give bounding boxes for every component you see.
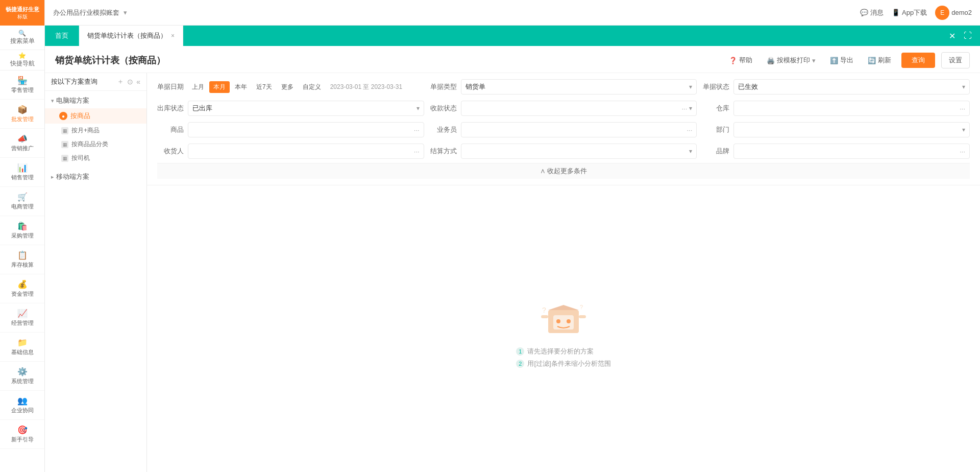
scheme-item-category[interactable]: ▦ 按商品品分类 bbox=[45, 137, 146, 151]
dropdown-arrow[interactable]: ▾ bbox=[124, 9, 127, 16]
sidebar: 畅捷通好生意 标版 🔍 搜索菜单 ⭐ 快捷导航 🏪 零售管理 📦 批发管理 📣 … bbox=[0, 0, 45, 472]
sidebar-item-basicinfo[interactable]: 📁 基础信息 bbox=[0, 333, 44, 362]
sidebar-item-purchase[interactable]: 🛍️ 采购管理 bbox=[0, 216, 44, 245]
industry-name: 办公用品行业模拟账套 bbox=[53, 8, 119, 17]
group-arrow-down: ▾ bbox=[51, 98, 54, 104]
date-tab-custom[interactable]: 自定义 bbox=[299, 81, 325, 93]
sidebar-item-finance[interactable]: 💰 资金管理 bbox=[0, 274, 44, 303]
scheme-group-mobile-header[interactable]: ▸ 移动端方案 bbox=[45, 169, 146, 184]
right-main: 单据日期 上月 本月 本年 近7天 更多 自定义 2023-03-01 至 20… bbox=[147, 73, 980, 472]
wholesale-icon: 📦 bbox=[17, 105, 28, 114]
payment-arrow bbox=[689, 105, 692, 112]
salesman-input[interactable]: ··· bbox=[461, 122, 697, 137]
basicinfo-label: 基础信息 bbox=[11, 348, 34, 356]
brand-input[interactable]: ··· bbox=[733, 144, 970, 159]
goods-input[interactable]: ··· bbox=[188, 122, 424, 137]
sidebar-item-ecommerce[interactable]: 🛒 电商管理 bbox=[0, 187, 44, 216]
sales-label: 销售管理 bbox=[11, 174, 34, 181]
filter-outstatus-cell: 出库状态 已出库 bbox=[157, 101, 424, 116]
date-tab-7days[interactable]: 近7天 bbox=[252, 81, 276, 93]
marketing-label: 营销推广 bbox=[11, 145, 34, 152]
outstatus-input[interactable]: 已出库 bbox=[188, 101, 424, 116]
help-button[interactable]: ❓ 帮助 bbox=[725, 54, 756, 67]
sidebar-item-system[interactable]: ⚙️ 系统管理 bbox=[0, 362, 44, 391]
category-label: 按商品品分类 bbox=[71, 140, 108, 149]
settings-button[interactable]: 设置 bbox=[941, 52, 970, 68]
purchase-icon: 🛍️ bbox=[17, 221, 28, 231]
hint-num-1: 1 bbox=[516, 347, 524, 356]
date-tab-thismonth[interactable]: 本月 bbox=[209, 81, 230, 93]
query-button[interactable]: 查询 bbox=[901, 53, 935, 68]
active-tab-label: 销货单统计计表（按商品） bbox=[87, 31, 167, 40]
username: demo2 bbox=[951, 9, 972, 16]
filter-row-4: 收货人 ··· 结算方式 bbox=[157, 144, 970, 159]
warehouse-label: 仓库 bbox=[703, 104, 733, 113]
billstatus-input[interactable]: 已生效 bbox=[733, 79, 970, 95]
export-icon: ⬆️ bbox=[830, 57, 838, 64]
search-label: 搜索菜单 bbox=[2, 37, 42, 45]
billtype-value: 销货单 bbox=[465, 82, 485, 91]
scheme-item-driver[interactable]: ▦ 按司机 bbox=[45, 151, 146, 165]
scheme-item-month-goods[interactable]: ▦ 按月+商品 bbox=[45, 124, 146, 137]
department-input[interactable] bbox=[733, 122, 970, 137]
message-button[interactable]: 💬 消息 bbox=[860, 8, 884, 17]
sidebar-item-operations[interactable]: 📈 经营管理 bbox=[0, 303, 44, 333]
sidebar-item-search[interactable]: 🔍 搜索菜单 bbox=[0, 26, 44, 50]
scheme-item-by-goods[interactable]: ● 按商品 bbox=[45, 108, 146, 124]
sidebar-item-retail[interactable]: 🏪 零售管理 bbox=[0, 70, 44, 100]
top-header: 办公用品行业模拟账套 ▾ 💬 消息 📱 App下载 E demo2 bbox=[45, 0, 980, 26]
collapse-filter-button[interactable]: ∧ 收起更多条件 bbox=[157, 163, 970, 179]
filter-billstatus-cell: 单据状态 已生效 bbox=[703, 79, 970, 95]
page-header: 销货单统计计表（按商品） ❓ 帮助 🖨️ 按模板打印 ▾ ⬆️ 导出 🔄 刷 bbox=[45, 46, 980, 73]
export-button[interactable]: ⬆️ 导出 bbox=[826, 54, 857, 67]
basicinfo-icon: 📁 bbox=[17, 338, 28, 347]
date-tab-more[interactable]: 更多 bbox=[277, 81, 298, 93]
app-download-button[interactable]: 📱 App下载 bbox=[892, 8, 927, 17]
billstatus-value: 已生效 bbox=[738, 82, 758, 91]
collapse-panel-icon[interactable]: « bbox=[136, 78, 140, 86]
outstatus-value: 已出库 bbox=[192, 104, 212, 113]
outstatus-arrow bbox=[416, 105, 420, 112]
scheme-group-pc-header[interactable]: ▾ 电脑端方案 bbox=[45, 93, 146, 108]
empty-hint-2: 2 用[过滤]条件来缩小分析范围 bbox=[516, 359, 610, 368]
date-tab-lastmonth[interactable]: 上月 bbox=[188, 81, 208, 93]
date-tab-thisyear[interactable]: 本年 bbox=[231, 81, 251, 93]
ecommerce-label: 电商管理 bbox=[11, 203, 34, 210]
refresh-button[interactable]: 🔄 刷新 bbox=[864, 54, 895, 67]
brand-dots: ··· bbox=[960, 148, 965, 155]
settlement-input[interactable] bbox=[461, 144, 697, 159]
tab-home[interactable]: 首页 bbox=[45, 26, 79, 46]
empty-hint: 1 请先选择要分析的方案 2 用[过滤]条件来缩小分析范围 bbox=[516, 347, 610, 368]
tab-minimize-icon[interactable]: ✕ bbox=[947, 29, 958, 43]
recipient-input[interactable]: ··· bbox=[188, 144, 424, 159]
goods-dots: ··· bbox=[414, 126, 420, 134]
print-button[interactable]: 🖨️ 按模板打印 ▾ bbox=[763, 54, 820, 67]
scheme-panel-header: 按以下方案查询 ＋ ⊙ « bbox=[45, 73, 146, 91]
tab-close-button[interactable]: × bbox=[171, 32, 175, 39]
edit-scheme-icon[interactable]: ⊙ bbox=[127, 78, 133, 86]
sidebar-item-sales[interactable]: 📊 销售管理 bbox=[0, 158, 44, 187]
operations-icon: 📈 bbox=[17, 309, 28, 318]
sales-icon: 📊 bbox=[17, 163, 28, 173]
sidebar-item-wholesale[interactable]: 📦 批发管理 bbox=[0, 100, 44, 129]
sidebar-item-enterprise[interactable]: 👥 企业协同 bbox=[0, 391, 44, 420]
filter-payment-cell: 收款状态 ··· bbox=[430, 101, 697, 116]
warehouse-input[interactable]: ··· bbox=[733, 101, 970, 116]
quicknav-label: 快捷导航 bbox=[0, 59, 44, 68]
add-scheme-icon[interactable]: ＋ bbox=[117, 77, 124, 86]
billtype-input[interactable]: 销货单 bbox=[461, 79, 697, 95]
tab-maximize-icon[interactable]: ⛶ bbox=[962, 29, 974, 42]
tab-active[interactable]: 销货单统计计表（按商品） × bbox=[79, 26, 183, 46]
warehouse-dots: ··· bbox=[960, 105, 965, 112]
payment-input[interactable]: ··· bbox=[461, 101, 697, 116]
svg-rect-5 bbox=[579, 315, 586, 318]
sidebar-item-guide[interactable]: 🎯 新手引导 bbox=[0, 420, 44, 449]
collapse-up-icon: ∧ bbox=[540, 167, 548, 175]
hint-text-2: 用[过滤]条件来缩小分析范围 bbox=[527, 359, 610, 368]
sidebar-item-quicknav[interactable]: ⭐ 快捷导航 bbox=[0, 50, 44, 70]
user-profile[interactable]: E demo2 bbox=[935, 6, 972, 20]
refresh-label: 刷新 bbox=[878, 56, 891, 65]
app-logo: 畅捷通好生意 标版 bbox=[0, 0, 44, 26]
sidebar-item-inventory[interactable]: 📋 库存核算 bbox=[0, 245, 44, 274]
sidebar-item-marketing[interactable]: 📣 营销推广 bbox=[0, 129, 44, 158]
